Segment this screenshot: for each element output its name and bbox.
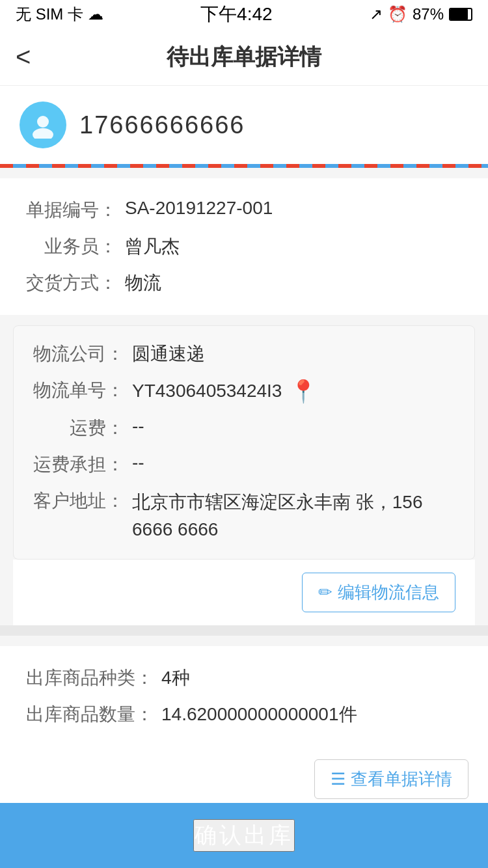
goods-qty-row: 出库商品数量： 14.620000000000001件	[26, 702, 462, 727]
freight-row: 运费： --	[33, 416, 455, 441]
delivery-value: 物流	[125, 271, 462, 295]
edit-icon: ✏	[318, 582, 332, 603]
battery-label: 87%	[413, 5, 444, 23]
freight-bearer-row: 运费承担： --	[33, 452, 455, 477]
sim-wifi-label: 无 SIM 卡 ☁	[16, 4, 103, 25]
address-value: 北京市市辖区海淀区永丰南 张，156 6666 6666	[132, 489, 455, 543]
tracking-value: YT43064053424I3 📍	[132, 378, 455, 404]
bottom-bar: 确认出库	[0, 803, 488, 868]
order-no-label: 单据编号：	[26, 198, 117, 223]
agent-label: 业务员：	[26, 234, 117, 259]
freight-label: 运费：	[33, 416, 124, 441]
status-bar: 无 SIM 卡 ☁ 下午4:42 ↗ ⏰ 87%	[0, 0, 488, 29]
section-divider	[0, 625, 488, 636]
location-icon: ↗	[370, 5, 383, 23]
logistics-company-label: 物流公司：	[33, 342, 124, 366]
dashed-divider	[0, 164, 488, 168]
battery-icon	[449, 8, 472, 21]
view-details-row: ☰ 查看单据详情	[0, 746, 488, 812]
nav-bar: < 待出库单据详情	[0, 29, 488, 86]
tracking-row: 物流单号： YT43064053424I3 📍	[33, 378, 455, 404]
avatar	[20, 102, 66, 148]
status-right: ↗ ⏰ 87%	[370, 5, 472, 23]
goods-qty-value: 14.620000000000001件	[161, 702, 462, 727]
agent-value: 曾凡杰	[125, 234, 462, 259]
goods-section: 出库商品种类： 4种 出库商品数量： 14.620000000000001件	[0, 646, 488, 746]
tracking-label: 物流单号：	[33, 378, 124, 403]
edit-logistics-button[interactable]: ✏ 编辑物流信息	[302, 573, 455, 612]
address-label: 客户地址：	[33, 489, 124, 513]
status-left: 无 SIM 卡 ☁	[16, 4, 103, 25]
order-info-section: 单据编号： SA-20191227-001 业务员： 曾凡杰 交货方式： 物流	[0, 178, 488, 315]
order-no-value: SA-20191227-001	[125, 198, 462, 219]
alarm-icon: ⏰	[388, 5, 407, 23]
freight-bearer-label: 运费承担：	[33, 452, 124, 477]
freight-bearer-value: --	[132, 452, 455, 473]
confirm-outbound-button[interactable]: 确认出库	[193, 819, 295, 852]
logistics-company-value: 圆通速递	[132, 342, 455, 366]
svg-point-1	[33, 128, 53, 139]
location-pin-icon[interactable]: 📍	[290, 378, 317, 404]
back-button[interactable]: <	[16, 42, 31, 72]
view-details-button[interactable]: ☰ 查看单据详情	[314, 759, 468, 799]
delivery-row: 交货方式： 物流	[26, 271, 462, 295]
goods-qty-label: 出库商品数量：	[26, 702, 154, 727]
view-details-label: 查看单据详情	[351, 768, 452, 791]
page-title: 待出库单据详情	[167, 42, 321, 72]
goods-types-row: 出库商品种类： 4种	[26, 666, 462, 690]
list-icon: ☰	[331, 769, 346, 789]
content: 17666666666 单据编号： SA-20191227-001 业务员： 曾…	[0, 86, 488, 868]
user-header: 17666666666	[0, 86, 488, 164]
freight-value: --	[132, 416, 455, 437]
status-time: 下午4:42	[200, 2, 273, 27]
address-row: 客户地址： 北京市市辖区海淀区永丰南 张，156 6666 6666	[33, 489, 455, 543]
goods-types-value: 4种	[161, 666, 462, 690]
user-phone: 17666666666	[79, 111, 245, 139]
edit-logistics-row: ✏ 编辑物流信息	[13, 560, 475, 625]
delivery-label: 交货方式：	[26, 271, 117, 295]
agent-row: 业务员： 曾凡杰	[26, 234, 462, 259]
edit-logistics-label: 编辑物流信息	[338, 581, 439, 604]
goods-types-label: 出库商品种类：	[26, 666, 154, 690]
order-no-row: 单据编号： SA-20191227-001	[26, 198, 462, 223]
svg-point-0	[37, 116, 49, 128]
logistics-company-row: 物流公司： 圆通速递	[33, 342, 455, 366]
logistics-section: 物流公司： 圆通速递 物流单号： YT43064053424I3 📍 运费： -…	[13, 325, 475, 560]
tracking-no: YT43064053424I3	[132, 381, 282, 401]
